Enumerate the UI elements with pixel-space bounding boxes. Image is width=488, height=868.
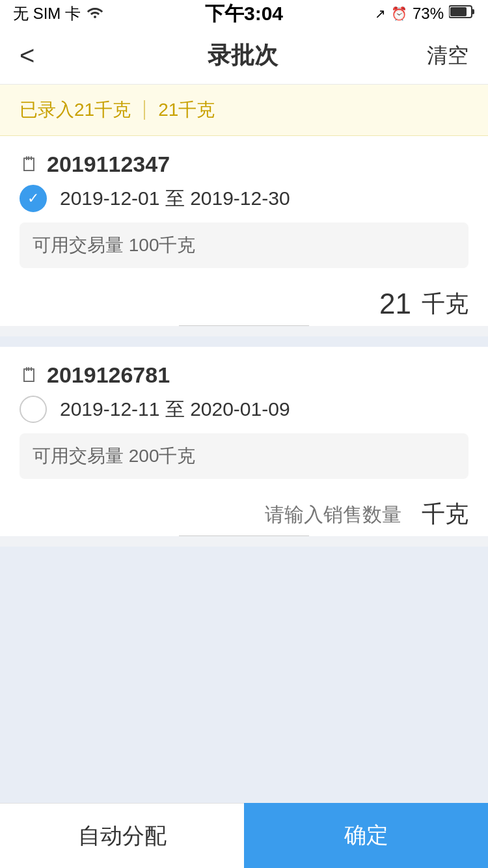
alarm-icon: ⏰ <box>391 6 407 21</box>
batch-1-separator <box>179 325 309 326</box>
batch-2-qty-input[interactable] <box>216 504 411 526</box>
page-title: 录批次 <box>208 40 278 72</box>
status-right: ↗ ⏰ 73% <box>375 5 475 23</box>
batch-2-available-qty: 可用交易量 200千克 <box>33 446 196 466</box>
summary-banner: 已录入21千克 21千克 <box>0 85 488 136</box>
battery-icon <box>449 5 475 23</box>
wifi-icon <box>86 4 104 24</box>
summary-divider <box>144 100 145 120</box>
batch-1-qty-row: 可用交易量 100千克 <box>20 223 468 268</box>
batch-1-id: 2019112347 <box>47 152 170 177</box>
auto-distribute-button[interactable]: 自动分配 <box>0 803 244 868</box>
svg-rect-1 <box>472 9 474 14</box>
clear-button[interactable]: 清空 <box>427 42 468 70</box>
batch-2-date-row[interactable]: 2019-12-11 至 2020-01-09 <box>0 396 488 433</box>
batch-2-qty-row: 可用交易量 200千克 <box>20 433 468 479</box>
nav-bar: < 录批次 清空 <box>0 27 488 85</box>
back-button[interactable]: < <box>20 41 59 70</box>
batch-2-radio[interactable] <box>20 396 47 423</box>
batch-1-date: 2019-12-01 至 2019-12-30 <box>60 185 290 212</box>
batch-1-entered-value[interactable]: 21 <box>379 288 411 320</box>
batch-2-unit: 千克 <box>422 498 468 530</box>
summary-entered: 已录入21千克 <box>20 98 131 122</box>
batch-doc-icon: 🗒 <box>20 154 39 176</box>
summary-total: 21千克 <box>158 98 215 122</box>
batch-1-radio[interactable]: ✓ <box>20 185 47 212</box>
batch-2-doc-icon: 🗒 <box>20 364 39 387</box>
batch-card-1: 🗒 2019112347 ✓ 2019-12-01 至 2019-12-30 可… <box>0 136 488 326</box>
batch-2-separator <box>179 536 309 536</box>
status-time: 下午3:04 <box>205 1 283 27</box>
status-bar: 无 SIM 卡 下午3:04 ↗ ⏰ 73% <box>0 0 488 27</box>
batch-1-date-row[interactable]: ✓ 2019-12-01 至 2019-12-30 <box>0 185 488 223</box>
check-icon: ✓ <box>27 191 39 206</box>
location-icon: ↗ <box>375 6 386 21</box>
batch-2-header: 🗒 2019126781 <box>0 347 488 396</box>
batch-card-2: 🗒 2019126781 2019-12-11 至 2020-01-09 可用交… <box>0 347 488 536</box>
section-divider <box>0 336 488 347</box>
batch-2-date: 2019-12-11 至 2020-01-09 <box>60 396 290 423</box>
batch-1-header: 🗒 2019112347 <box>0 136 488 185</box>
battery-label: 73% <box>413 5 444 23</box>
confirm-button[interactable]: 确定 <box>244 803 488 868</box>
batch-2-id: 2019126781 <box>47 362 170 388</box>
footer: 自动分配 确定 <box>0 803 488 868</box>
svg-rect-2 <box>450 7 467 16</box>
sim-label: 无 SIM 卡 <box>13 3 81 24</box>
status-left: 无 SIM 卡 <box>13 3 104 24</box>
batch-1-available-qty: 可用交易量 100千克 <box>33 235 196 255</box>
batch-1-unit: 千克 <box>422 288 468 320</box>
